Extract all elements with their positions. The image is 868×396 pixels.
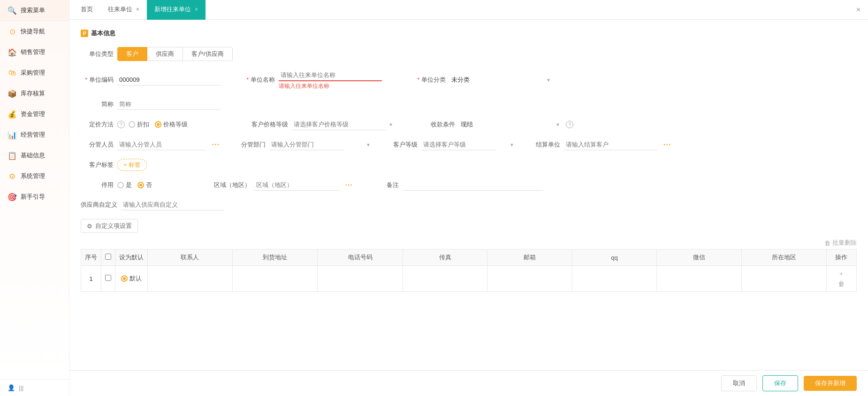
save-button[interactable]: 保存 xyxy=(762,375,798,391)
th-wechat: 微信 xyxy=(657,249,742,266)
chevron-down-icon4: ▼ xyxy=(366,142,371,148)
customer-tag-label: 客户标签 xyxy=(81,161,114,169)
manager-group: 分管人员 ··· xyxy=(81,139,221,150)
main-area: 首页 往来单位 × 新增往来单位 × × P 基本信息 单位类型 客户 供应商 xyxy=(69,0,868,396)
tab-new-partner[interactable]: 新增往来单位 × xyxy=(147,0,206,20)
radio-no-label: 否 xyxy=(146,181,152,189)
sidebar-item-finance[interactable]: 💰 资金管理 xyxy=(0,104,69,124)
cell-default: 默认 xyxy=(115,266,148,292)
supplier-custom-input[interactable] xyxy=(121,199,224,210)
settlement-unit-input[interactable] xyxy=(564,139,658,150)
select-all-checkbox[interactable] xyxy=(105,254,111,260)
tab-home[interactable]: 首页 xyxy=(73,0,100,20)
customer-level-group: 客户等级 ▼ xyxy=(385,139,516,150)
fax-input[interactable] xyxy=(407,275,484,282)
customer-level-label: 客户等级 xyxy=(385,140,418,149)
footer-bar: 取消 保存 保存并新增 xyxy=(69,370,868,396)
contact-input[interactable] xyxy=(152,275,228,282)
row-checkbox[interactable] xyxy=(105,275,111,281)
type-btn-both[interactable]: 客户/供应商 xyxy=(183,47,233,61)
customer-price-level-input[interactable] xyxy=(292,119,386,130)
supplier-custom-label: 供应商自定义 xyxy=(81,201,117,209)
payment-terms-group: 收款条件 现结 ▼ ? xyxy=(422,118,857,131)
unit-info-row: 单位编码 单位名称 请输入往来单位名称 单位分类 未分类 ▼ xyxy=(81,70,857,90)
unit-name-input-group: 请输入往来单位名称 xyxy=(279,70,382,90)
sidebar-item-operation[interactable]: 📊 经营管理 xyxy=(0,124,69,145)
region-ellipsis[interactable]: ··· xyxy=(343,181,355,189)
payment-help-icon[interactable]: ? xyxy=(566,121,573,128)
tab-partner-label: 往来单位 xyxy=(108,5,132,14)
region-group: 区域（地区） ··· xyxy=(214,179,355,191)
settlement-unit-ellipsis[interactable]: ··· xyxy=(662,140,673,149)
unit-code-input[interactable] xyxy=(117,74,221,85)
radio-price-level[interactable]: 价格等级 xyxy=(155,120,188,129)
manager-input[interactable] xyxy=(117,139,206,150)
type-btn-supplier[interactable]: 供应商 xyxy=(147,47,183,61)
add-row-button[interactable]: ＋ xyxy=(836,269,846,279)
wechat-input[interactable] xyxy=(661,275,738,282)
customer-level-input[interactable] xyxy=(421,139,496,150)
system-icon: ⚙ xyxy=(8,171,17,181)
radio-yes[interactable]: 是 xyxy=(117,181,132,189)
cell-check xyxy=(101,266,115,292)
sidebar-item-sales[interactable]: 🏠 销售管理 xyxy=(0,42,69,62)
cell-phone xyxy=(318,266,403,292)
dept-input[interactable] xyxy=(269,139,344,150)
sidebar-item-label: 采购管理 xyxy=(21,69,45,77)
radio-default-circle xyxy=(121,275,128,282)
sidebar-item-purchase[interactable]: 🛍 采购管理 xyxy=(0,62,69,83)
sidebar-item-label: 系统管理 xyxy=(21,172,45,180)
tab-partner-close[interactable]: × xyxy=(136,6,139,13)
search-icon: 🔍 xyxy=(8,6,17,15)
email-input[interactable] xyxy=(491,275,568,282)
tab-new-partner-close[interactable]: × xyxy=(195,6,198,13)
delete-row-button[interactable]: 🗑 xyxy=(836,279,846,288)
th-qq: qq xyxy=(572,249,656,266)
pricing-method-label: 定价方法 xyxy=(81,120,114,129)
th-email: 邮箱 xyxy=(487,249,572,266)
add-tag-button[interactable]: + 标签 xyxy=(117,159,147,171)
cancel-button[interactable]: 取消 xyxy=(721,375,757,391)
table-region-input[interactable] xyxy=(746,275,822,282)
qq-input[interactable] xyxy=(576,275,653,282)
tab-bar: 首页 往来单位 × 新增往来单位 × × xyxy=(69,0,868,20)
tab-partner[interactable]: 往来单位 × xyxy=(100,0,147,20)
cell-seq: 1 xyxy=(81,266,101,292)
row-default-label: 默认 xyxy=(129,274,142,283)
remark-input[interactable] xyxy=(403,179,543,191)
cell-contact xyxy=(148,266,233,292)
row-default-radio[interactable]: 默认 xyxy=(119,274,144,283)
tab-close-all[interactable]: × xyxy=(853,4,864,16)
batch-delete-area[interactable]: 🗑 批量删除 xyxy=(81,239,857,247)
content-area: P 基本信息 单位类型 客户 供应商 客户/供应商 单位编码 xyxy=(69,20,868,370)
sidebar-item-system[interactable]: ⚙ 系统管理 xyxy=(0,166,69,186)
address-input[interactable] xyxy=(236,275,313,282)
sidebar: 🔍 搜索菜单 ⊙ 快捷导航 🏠 销售管理 🛍 采购管理 📦 库存核算 💰 资金管… xyxy=(0,0,69,396)
sidebar-item-inventory[interactable]: 📦 库存核算 xyxy=(0,83,69,104)
unit-type-label: 单位类型 xyxy=(81,50,114,58)
radio-no[interactable]: 否 xyxy=(137,181,152,189)
chevron-down-icon5: ▼ xyxy=(510,142,514,148)
cell-action: ＋ 🗑 xyxy=(826,266,856,292)
sidebar-item-quicknav[interactable]: ⊙ 快捷导航 xyxy=(0,21,69,42)
delete-icon: 🗑 xyxy=(824,240,830,247)
customer-tag-group: 客户标签 + 标签 xyxy=(81,159,857,171)
basic-icon: 📋 xyxy=(8,151,17,160)
sidebar-item-basic[interactable]: 📋 基础信息 xyxy=(0,145,69,166)
region-input[interactable] xyxy=(254,179,340,191)
table-row: 1 默认 xyxy=(81,266,857,292)
unit-name-input[interactable] xyxy=(279,70,382,81)
custom-settings-button[interactable]: ⚙ 自定义项设置 xyxy=(81,219,138,233)
th-seq: 序号 xyxy=(81,249,101,266)
sidebar-item-search[interactable]: 🔍 搜索菜单 xyxy=(0,0,69,21)
type-btn-customer[interactable]: 客户 xyxy=(117,47,147,61)
settlement-unit-group: 结算单位 ··· xyxy=(527,139,857,150)
sidebar-item-newbie[interactable]: 🎯 新手引导 xyxy=(0,186,69,207)
save-new-button[interactable]: 保存并新增 xyxy=(804,376,857,391)
manager-ellipsis[interactable]: ··· xyxy=(210,140,221,149)
pricing-help-icon[interactable]: ? xyxy=(117,121,125,128)
radio-discount[interactable]: 折扣 xyxy=(129,120,149,129)
phone-input[interactable] xyxy=(321,275,398,282)
cell-region xyxy=(741,266,826,292)
abbr-input[interactable] xyxy=(117,99,221,110)
